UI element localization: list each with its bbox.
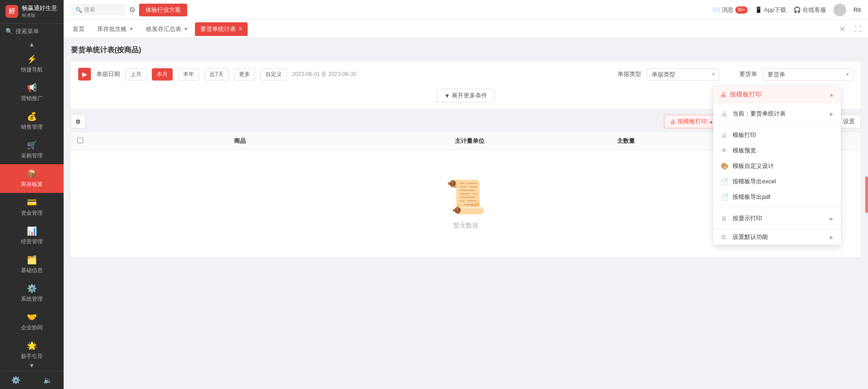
settings-icon[interactable]: ⚙️ xyxy=(11,376,20,384)
collab-label: 企业协同 xyxy=(21,324,43,332)
date-btn-last-7-days[interactable]: 近7天 xyxy=(205,68,229,81)
tab-home[interactable]: 首页 xyxy=(67,22,90,36)
app-download-icon: 📱 xyxy=(755,6,762,13)
select-all-checkbox[interactable] xyxy=(77,137,83,143)
sidebar-item-inventory[interactable]: 📦 库存核算 xyxy=(0,164,64,193)
tab-batch-account-close[interactable]: ✕ xyxy=(130,26,133,31)
print-dropdown-collapse-icon[interactable]: ▲ xyxy=(829,91,834,98)
sidebar-item-sales[interactable]: 💰 销售管理 xyxy=(0,107,64,136)
template-preview-icon: 👁 xyxy=(721,147,728,154)
print-display-icon: 🖥 xyxy=(721,215,728,222)
print-export-pdf[interactable]: 📄 按模板导出pdf xyxy=(713,189,841,205)
sidebar-item-purchase[interactable]: 🛒 采购管理 xyxy=(0,136,64,164)
marketing-icon: 📢 xyxy=(27,83,37,93)
sidebar-scroll-down[interactable]: ▼ xyxy=(0,360,64,371)
order-goods-select-wrapper[interactable]: 要货单 ▼ xyxy=(763,68,853,81)
date-btn-last-month[interactable]: 上月 xyxy=(125,68,146,81)
main-area: 🔍 搜索 ⚙ 体验行业方案 ✉️ 消息 99+ 📱 App下载 🎧 在线客服 R… xyxy=(64,0,868,389)
export-excel-icon: 📄 xyxy=(721,178,728,185)
date-btn-custom[interactable]: 自定义 xyxy=(260,68,287,81)
message-badge: 99+ xyxy=(735,6,748,14)
date-btn-more[interactable]: 更多 xyxy=(234,68,255,81)
tabs-bar: 首页 库存批次账 ✕ 收发存汇总表 ✕ 要货单统计表 ✕ ✕ ⛶ xyxy=(64,20,868,38)
tab-order-summary-close[interactable]: ✕ xyxy=(239,26,242,31)
print-default-section: ⚙ 设置默认功能 ▶ xyxy=(713,229,841,245)
finance-label: 资金管理 xyxy=(21,209,43,217)
table-col-checkbox[interactable] xyxy=(71,137,89,145)
toolbar-left: ⚙ xyxy=(71,114,85,129)
order-type-select[interactable]: 单据类型 xyxy=(647,68,719,81)
export-pdf-label: 按模板导出pdf xyxy=(733,193,770,201)
header-settings-icon[interactable]: ⚙ xyxy=(129,5,135,14)
tab-receivable-summary-close[interactable]: ✕ xyxy=(184,26,188,31)
table-settings-icon[interactable]: ⚙ xyxy=(71,114,85,129)
sidebar-item-marketing[interactable]: 📢 营销推广 xyxy=(0,78,64,107)
tab-close-all-icon[interactable]: ✕ xyxy=(837,25,848,33)
template-print-icon: 🖨 xyxy=(721,131,728,139)
filter-row: ▶ 单据日期 上月 本月 本年 近7天 更多 自定义 2023-06-01 至 … xyxy=(78,68,853,81)
system-label: 系统管理 xyxy=(21,295,43,303)
sidebar-item-operation[interactable]: 📊 经营管理 xyxy=(0,222,64,250)
app-download-action[interactable]: 📱 App下载 xyxy=(755,6,786,14)
print-current-arrow: ▶ xyxy=(830,111,833,116)
sidebar-item-collab[interactable]: 🤝 企业协同 xyxy=(0,308,64,336)
print-display-section: 🖥 按显示打印 ▶ xyxy=(713,208,841,229)
print-export-excel[interactable]: 📄 按模板导出excel xyxy=(713,174,841,189)
app-version: 标准版 xyxy=(22,12,57,19)
right-scrollbar[interactable] xyxy=(865,177,868,213)
sidebar-item-system[interactable]: ⚙️ 系统管理 xyxy=(0,279,64,308)
print-template-design[interactable]: 🎨 模板自定义设计 xyxy=(713,158,841,174)
print-display-item[interactable]: 🖥 按显示打印 ▶ xyxy=(713,211,841,226)
print-btn[interactable]: 🖨 按模板打印 ▲ xyxy=(664,115,719,128)
print-current-item[interactable]: 🖨 当前：要货单统计表 ▶ xyxy=(713,106,841,121)
sidebar-item-guide[interactable]: 🌟 新手引导 xyxy=(0,336,64,360)
date-btn-this-year[interactable]: 本年 xyxy=(178,68,199,81)
order-type-select-wrapper[interactable]: 单据类型 ▼ xyxy=(647,68,719,81)
print-dropdown: 🖨 按模板打印 ▲ 🖨 当前：要货单统计表 ▶ 🖨 模板打印 xyxy=(713,86,841,245)
template-design-icon: 🎨 xyxy=(721,162,728,170)
print-dropdown-header-left: 🖨 按模板打印 xyxy=(720,91,762,99)
tab-expand-icon[interactable]: ⛶ xyxy=(852,25,864,33)
online-service-action[interactable]: 🎧 在线客服 xyxy=(793,6,826,14)
sidebar-search[interactable]: 🔍 搜索菜单 xyxy=(0,24,64,39)
filter-expand-btn[interactable]: ▶ xyxy=(78,68,91,81)
sidebar-item-basic[interactable]: 🗂️ 基础信息 xyxy=(0,250,64,279)
print-btn-label: 按模板打印 xyxy=(678,117,707,126)
user-avatar[interactable] xyxy=(833,4,846,16)
print-dropdown-header[interactable]: 🖨 按模板打印 ▲ xyxy=(713,86,841,103)
print-template-print[interactable]: 🖨 模板打印 xyxy=(713,127,841,143)
tab-receivable-summary[interactable]: 收发存汇总表 ✕ xyxy=(140,22,193,36)
sidebar-scroll-up[interactable]: ▲ xyxy=(0,39,64,50)
print-set-default-item[interactable]: ⚙ 设置默认功能 ▶ xyxy=(713,229,841,245)
tab-batch-account-label: 库存批次账 xyxy=(97,25,127,33)
sound-icon[interactable]: 🔈 xyxy=(43,376,52,384)
collab-icon: 🤝 xyxy=(27,312,37,322)
experience-btn[interactable]: 体验行业方案 xyxy=(139,4,187,16)
expand-more-btn[interactable]: ▼ 展开更多条件 xyxy=(437,89,495,102)
quick-nav-label: 快捷导航 xyxy=(21,66,43,74)
sales-label: 销售管理 xyxy=(21,123,43,131)
operation-label: 经营管理 xyxy=(21,238,43,246)
guide-label: 新手引导 xyxy=(21,353,43,360)
message-action[interactable]: ✉️ 消息 99+ xyxy=(713,6,748,14)
print-template-preview[interactable]: 👁 模板预览 xyxy=(713,143,841,158)
print-dropdown-title: 按模板打印 xyxy=(730,91,762,99)
print-current-section: 🖨 当前：要货单统计表 ▶ xyxy=(713,103,841,125)
header-search-placeholder: 搜索 xyxy=(84,6,95,14)
system-icon: ⚙️ xyxy=(27,283,37,293)
sidebar-item-finance[interactable]: 💳 资金管理 xyxy=(0,193,64,222)
print-current-left: 🖨 当前：要货单统计表 xyxy=(721,110,786,118)
guide-icon: 🌟 xyxy=(27,341,37,351)
order-goods-select[interactable]: 要货单 xyxy=(763,68,853,81)
sidebar-item-quick-nav[interactable]: ⚡ 快捷导航 xyxy=(0,50,64,78)
print-display-left: 🖥 按显示打印 xyxy=(721,214,762,222)
tab-order-summary[interactable]: 要货单统计表 ✕ xyxy=(195,22,248,36)
date-btn-this-month[interactable]: 本月 xyxy=(152,68,173,81)
tab-batch-account[interactable]: 库存批次账 ✕ xyxy=(92,22,139,36)
search-icon: 🔍 xyxy=(5,28,13,35)
empty-icon: 📜 xyxy=(445,177,486,216)
date-range-display: 2023-06-01 至 2023-06-30 xyxy=(292,71,356,78)
print-default-label: 设置默认功能 xyxy=(733,233,768,241)
tab-receivable-summary-label: 收发存汇总表 xyxy=(146,25,181,33)
header-search[interactable]: 🔍 搜索 xyxy=(71,4,125,15)
